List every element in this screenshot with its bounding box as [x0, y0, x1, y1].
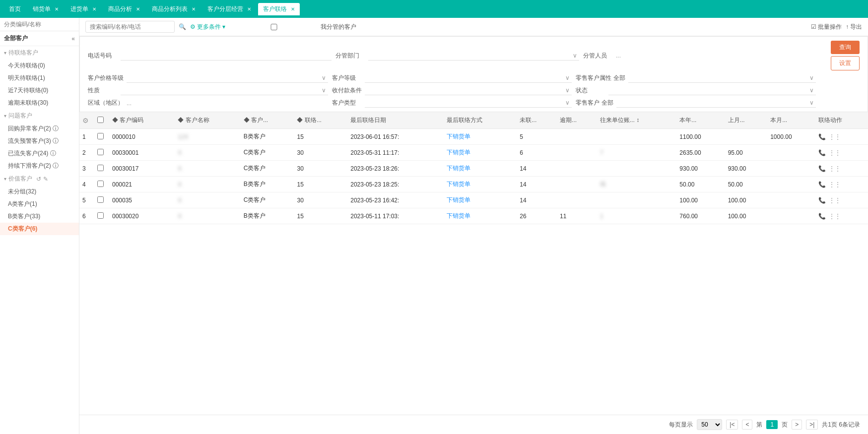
select-customer-grade[interactable]: ∨ — [365, 73, 572, 83]
select-retail-attr[interactable]: ∨ — [628, 73, 816, 83]
col-this-month[interactable]: 本月... — [767, 112, 815, 129]
col-action[interactable]: 联络动作 — [815, 112, 868, 129]
select-customer-type[interactable]: ∨ — [365, 98, 572, 108]
nav-customer-tier[interactable]: 客户分层经营 ✕ — [202, 3, 256, 15]
row-checkbox[interactable] — [97, 196, 104, 203]
contact-method-link[interactable]: 下销货单 — [447, 133, 470, 140]
sidebar-all-customers[interactable]: 全部客户 « — [0, 31, 79, 46]
col-type[interactable]: ◆ 客户... — [241, 112, 294, 129]
col-checkbox[interactable] — [94, 112, 109, 129]
sidebar-item-churned[interactable]: 已流失客户(24) ⓘ — [0, 147, 79, 160]
contact-method-link[interactable]: 下销货单 — [447, 149, 470, 156]
sidebar-item-declining[interactable]: 持续下滑客户(2) ⓘ — [0, 160, 79, 172]
call-icon[interactable]: 📞 — [818, 149, 826, 156]
call-icon[interactable]: 📞 — [818, 165, 826, 172]
col-name[interactable]: ◆ 客户名称 — [175, 112, 240, 129]
nav-analysis-list-close[interactable]: ✕ — [192, 6, 196, 12]
contact-method-link[interactable]: 下销货单 — [447, 165, 470, 172]
input-phone[interactable] — [121, 51, 332, 61]
cell-checkbox[interactable] — [94, 192, 109, 208]
col-code[interactable]: ◆ 客户编码 — [109, 112, 175, 129]
col-overdue[interactable]: 逾期... — [557, 112, 597, 129]
call-icon[interactable]: 📞 — [818, 213, 826, 220]
contact-method-link[interactable]: 下销货单 — [447, 181, 470, 187]
nav-home[interactable]: 首页 — [4, 3, 26, 15]
nav-analysis-close[interactable]: ✕ — [136, 6, 140, 12]
sidebar-item-abnormal-repurchase[interactable]: 回购异常客户(2) ⓘ — [0, 123, 79, 135]
nav-customer-contact[interactable]: 客户联络 ✕ — [258, 3, 300, 15]
col-last-month[interactable]: 上月... — [725, 112, 768, 129]
select-nature[interactable]: ∨ — [121, 86, 328, 95]
more-icon[interactable]: ⋮⋮ — [829, 133, 841, 140]
col-not-contacted[interactable]: 未联... — [517, 112, 557, 129]
pg-next-btn[interactable]: > — [792, 420, 802, 430]
dots-region[interactable]: ... — [127, 100, 132, 107]
my-customers-checkbox[interactable] — [229, 24, 319, 30]
sidebar-item-today[interactable]: 今天待联络(0) — [0, 60, 79, 72]
sidebar-item-overdue[interactable]: 逾期未联络(30) — [0, 97, 79, 109]
sidebar-item-class-a[interactable]: A类客户(1) — [0, 198, 79, 210]
col-last-contact-method[interactable]: 最后联络方式 — [444, 112, 517, 129]
nav-analysis-list[interactable]: 商品分析列表 ✕ — [147, 3, 200, 15]
sidebar-item-7days[interactable]: 近7天待联络(0) — [0, 84, 79, 97]
select-retail-customer[interactable]: ∨ — [616, 98, 816, 108]
section-value-refresh-icon[interactable]: ↺ — [36, 176, 41, 183]
call-icon[interactable]: 📞 — [818, 181, 826, 188]
more-icon[interactable]: ⋮⋮ — [829, 165, 841, 172]
select-price-grade[interactable]: ∨ — [127, 73, 328, 83]
batch-operation-btn[interactable]: ☑ 批量操作 — [811, 23, 842, 31]
nav-analysis[interactable]: 商品分析 ✕ — [103, 3, 145, 15]
select-status[interactable]: ∨ — [608, 86, 816, 95]
row-checkbox[interactable] — [97, 149, 104, 155]
select-dept[interactable]: ∨ — [368, 51, 579, 61]
row-checkbox[interactable] — [97, 165, 104, 171]
col-contact[interactable]: ◆ 联络... — [294, 112, 347, 129]
sidebar-collapse-icon[interactable]: « — [71, 35, 75, 42]
sidebar-search-input[interactable] — [4, 21, 78, 28]
pg-last-btn[interactable]: >| — [806, 420, 818, 430]
my-customers-checkbox-label[interactable]: 我分管的客户 — [229, 23, 356, 31]
row-checkbox[interactable] — [97, 133, 104, 139]
col-transaction[interactable]: 往来单位账... ↕ — [597, 112, 676, 129]
row-checkbox[interactable] — [97, 181, 104, 187]
nav-purchase[interactable]: 进货单 ✕ — [66, 3, 101, 15]
more-icon[interactable]: ⋮⋮ — [829, 197, 841, 204]
settings-gear-icon[interactable]: ⚙ — [82, 117, 89, 124]
call-icon[interactable]: 📞 — [818, 133, 826, 140]
cell-checkbox[interactable] — [94, 145, 109, 161]
dots-manager[interactable]: ... — [616, 52, 621, 59]
more-icon[interactable]: ⋮⋮ — [829, 181, 841, 188]
sidebar-item-churn-warning[interactable]: 流失预警客户(3) ⓘ — [0, 135, 79, 147]
cell-checkbox[interactable] — [94, 129, 109, 145]
sidebar-item-class-b[interactable]: B类客户(33) — [0, 210, 79, 223]
contact-method-link[interactable]: 下销货单 — [447, 196, 470, 203]
more-icon[interactable]: ⋮⋮ — [829, 213, 841, 220]
col-this-year[interactable]: 本年... — [676, 112, 725, 129]
query-button[interactable]: 查询 — [831, 41, 860, 54]
row-checkbox[interactable] — [97, 212, 104, 219]
contact-method-link[interactable]: 下销货单 — [447, 212, 470, 219]
select-payment[interactable]: ∨ — [365, 86, 572, 95]
select-all-checkbox[interactable] — [97, 117, 104, 123]
section-value-edit-icon[interactable]: ✎ — [43, 176, 48, 183]
nav-sales[interactable]: 销货单 ✕ — [28, 3, 64, 15]
call-icon[interactable]: 📞 — [818, 197, 826, 204]
pg-prev-btn[interactable]: < — [742, 420, 752, 430]
search-input[interactable] — [85, 21, 175, 33]
nav-customer-contact-close[interactable]: ✕ — [291, 6, 295, 12]
more-conditions-btn[interactable]: ⚙ 更多条件 ▾ — [190, 23, 225, 31]
settings-button[interactable]: 设置 — [831, 56, 860, 70]
per-page-select[interactable]: 50 20 100 — [697, 419, 722, 430]
col-last-contact-date[interactable]: 最后联络日期 — [347, 112, 443, 129]
nav-purchase-close[interactable]: ✕ — [92, 6, 96, 12]
more-icon[interactable]: ⋮⋮ — [829, 149, 841, 156]
sidebar-item-class-c[interactable]: C类客户(6) — [0, 223, 79, 235]
sidebar-item-ungrouped[interactable]: 未分组(32) — [0, 186, 79, 198]
search-icon[interactable]: 🔍 — [179, 23, 186, 30]
nav-customer-tier-close[interactable]: ✕ — [247, 6, 251, 12]
cell-checkbox[interactable] — [94, 208, 109, 224]
sidebar-item-tomorrow[interactable]: 明天待联络(1) — [0, 72, 79, 84]
export-btn[interactable]: ↑ 导出 — [846, 23, 862, 31]
pg-first-btn[interactable]: |< — [726, 420, 738, 430]
nav-sales-close[interactable]: ✕ — [55, 6, 59, 12]
